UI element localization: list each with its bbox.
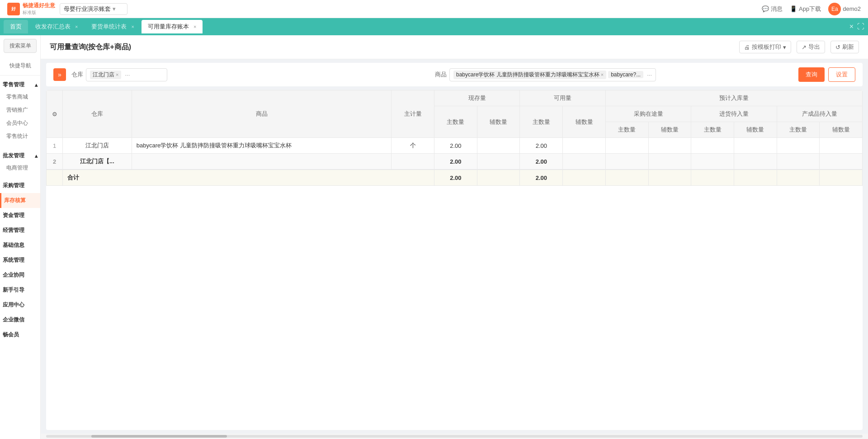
th-product-pending: 产成品待入量 [777,106,862,122]
inventory-management-label: 库存核算 [4,197,26,204]
tab-orders-close[interactable]: × [131,24,134,29]
page-header-actions: 🖨 按模板打印 ▾ ↗ 导出 ↺ 刷新 [739,41,859,53]
message-action[interactable]: 💬 消息 [762,5,783,13]
sidebar-item-system[interactable]: 系统管理 [3,255,38,266]
th-planned-in: 预计入库量 [605,90,862,106]
logo-area: 好 畅捷通好生意 标准版 [7,2,55,16]
sidebar-item-inventory-management[interactable]: 库存核算 [4,195,38,206]
print-button[interactable]: 🖨 按模板打印 ▾ [739,41,791,53]
footer-product-main [777,170,820,186]
product-tag-1-close[interactable]: × [601,72,604,77]
tab-home[interactable]: 首页 [4,20,28,33]
row-1-incoming-main [691,138,734,154]
sidebar: 搜索菜单 快捷导航 零售管理 ▴ 零售商城 营销推广 会员中心 零售统计 批发管… [0,35,41,439]
scroll-thumb[interactable] [91,435,227,438]
row-1-purchase-transit-aux [648,138,691,154]
tab-available-inventory[interactable]: 可用量库存账本 × [142,20,203,33]
th-product-main: 主数量 [777,122,820,138]
column-settings-icon[interactable]: ⚙ [52,111,57,118]
warehouse-tag-close[interactable]: × [116,72,118,77]
sidebar-item-basic-info[interactable]: 基础信息 [3,240,38,251]
query-button[interactable]: 查询 [798,67,825,82]
th-unit: 主计量 [392,90,434,138]
avatar-text: Ea [831,6,838,12]
row-2-purchase-transit-main [605,154,648,170]
settings-button[interactable]: 设置 [828,67,855,82]
tab-receivables[interactable]: 收发存汇总表 × [29,20,84,33]
footer-empty-1 [47,170,63,186]
content-area: 可用量查询(按仓库+商品) 🖨 按模板打印 ▾ ↗ 导出 ↺ 刷新 » [41,35,868,439]
sidebar-item-vip-member[interactable]: 畅会员 [3,329,38,340]
fullscreen-icon[interactable]: ⛶ [857,23,864,31]
logo-sub: 标准版 [23,9,55,16]
operation-label: 经营管理 [3,227,24,234]
export-button[interactable]: ↗ 导出 [797,41,825,53]
app-download-icon: 📱 [790,5,797,12]
row-2-incoming-aux [734,154,777,170]
row-2-unit [392,154,434,170]
row-1-purchase-transit-main [605,138,648,154]
sidebar-section-member: 畅会员 [0,327,40,342]
horizontal-scrollbar[interactable] [46,435,863,438]
refresh-button[interactable]: ↺ 刷新 [830,41,859,53]
tab-orders[interactable]: 要货单统计表 × [85,20,140,33]
sidebar-item-purchase-management[interactable]: 采购管理 [3,180,38,191]
row-2-warehouse: 江北门店【... [63,154,132,170]
sidebar-section-wholesale-header[interactable]: 批发管理 ▴ [3,150,38,161]
product-tag-2: babycare?... [608,71,643,78]
sidebar-item-new-guide[interactable]: 新手引导 [3,284,38,296]
sidebar-item-retail-mall[interactable]: 零售商城 [3,90,38,104]
tab-home-label: 首页 [10,23,22,31]
sidebar-section-system: 系统管理 [0,253,40,268]
close-tab-icon[interactable]: × [849,23,854,31]
user-profile[interactable]: Ea demo2 [828,3,861,15]
footer-current-main: 2.00 [434,170,477,186]
download-action[interactable]: 📱 App下载 [790,5,821,13]
expand-filter-button[interactable]: » [53,68,66,81]
warehouse-filter-input[interactable]: 江北门店 × ··· [86,68,167,81]
wholesale-management-label: 批发管理 [3,152,24,160]
tab-available-inventory-close[interactable]: × [193,24,196,29]
warehouse-more-icon[interactable]: ··· [125,71,130,78]
product-filter-input[interactable]: babycare学饮杯 儿童防摔防撞吸管杯重力球吸嘴杯宝宝水杯 × babyca… [449,68,656,81]
row-1-unit: 个 [392,138,434,154]
sidebar-item-operation[interactable]: 经营管理 [3,225,38,236]
retail-chevron-icon: ▴ [35,82,38,88]
retail-management-label: 零售管理 [3,81,24,89]
sidebar-item-app-center[interactable]: 应用中心 [3,299,38,311]
refresh-icon: ↺ [835,44,840,51]
filter-bar: » 仓库 江北门店 × ··· 商品 babycare学饮杯 儿童防摔防撞吸管杯… [46,63,863,86]
enterprise-wechat-label: 企业微信 [3,316,24,324]
sidebar-section-retail-header[interactable]: 零售管理 ▴ [3,79,38,90]
sidebar-item-ecommerce[interactable]: 电商管理 [3,161,38,175]
row-2-index: 2 [47,154,63,170]
row-1-current-main: 2.00 [434,138,477,154]
th-incoming-main: 主数量 [691,122,734,138]
tab-receivables-close[interactable]: × [75,24,78,29]
row-1-available-main: 2.00 [520,138,563,154]
row-2-incoming-main [691,154,734,170]
product-more-icon[interactable]: ··· [647,71,652,78]
th-product: 商品 [132,90,392,138]
download-label: App下载 [799,5,821,13]
product-tag-1-value: babycare学饮杯 儿童防摔防撞吸管杯重力球吸嘴杯宝宝水杯 [456,71,599,79]
sidebar-item-quick-nav[interactable]: 快捷导航 [3,58,38,73]
message-label: 消息 [771,5,783,13]
sidebar-item-membership[interactable]: 会员中心 [3,117,38,130]
sidebar-item-enterprise-wechat[interactable]: 企业微信 [3,314,38,326]
sidebar-section-inventory: 库存核算 [0,193,40,208]
sidebar-item-retail-stats[interactable]: 零售统计 [3,130,38,143]
th-purchase-transit: 采购在途量 [605,106,691,122]
sidebar-section-app-center: 应用中心 [0,297,40,312]
row-1-available-aux [563,138,606,154]
product-filter-group: 商品 babycare学饮杯 儿童防摔防撞吸管杯重力球吸嘴杯宝宝水杯 × bab… [435,68,793,81]
sidebar-item-finance[interactable]: 资金管理 [3,210,38,221]
th-incoming-aux: 辅数量 [734,122,777,138]
store-selector[interactable]: 母婴行业演示账套 ▾ [60,3,127,15]
th-settings[interactable]: ⚙ [47,90,63,138]
sidebar-item-marketing[interactable]: 营销推广 [3,104,38,117]
search-menu-button[interactable]: 搜索菜单 [4,39,37,53]
sidebar-item-enterprise-collab[interactable]: 企业协同 [3,269,38,281]
print-chevron-icon: ▾ [783,44,786,51]
top-bar-right: 💬 消息 📱 App下载 Ea demo2 [762,3,861,15]
